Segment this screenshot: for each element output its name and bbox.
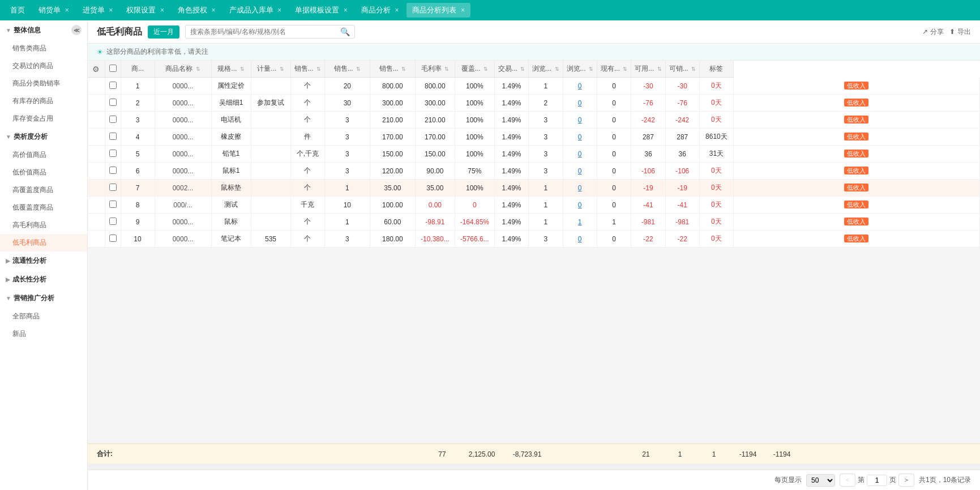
sidebar-group-overall[interactable]: ▼ 整体信息 ≪: [0, 20, 87, 40]
nav-goods-analysis-list[interactable]: 商品分析列表 ×: [406, 3, 470, 18]
table-row: 4 0000... 橡皮擦 件 3 170.00 170.00 100% 1.4…: [88, 129, 980, 146]
col-name[interactable]: 商品名称 ⇅: [155, 61, 211, 78]
cell-checkbox[interactable]: [105, 146, 121, 163]
cell-current-stock: 287: [631, 129, 665, 146]
col-current-stock[interactable]: 现有... ⇅: [597, 61, 631, 78]
cell-browse1[interactable]: 0: [563, 146, 597, 163]
cell-checkbox[interactable]: [105, 163, 121, 180]
cell-saleable: 0天: [699, 95, 733, 112]
cell-sales-profit: 800.00: [415, 78, 455, 95]
search-input[interactable]: [190, 28, 340, 36]
row-checkbox[interactable]: [109, 201, 117, 208]
cell-browse1[interactable]: 0: [563, 231, 597, 248]
cell-checkbox[interactable]: [105, 78, 121, 95]
share-button[interactable]: ↗ 分享: [922, 27, 944, 37]
sidebar-item-high-coverage[interactable]: 高覆盖度商品: [0, 181, 87, 199]
sidebar-item-low-profit[interactable]: 低毛利商品: [0, 234, 87, 252]
cell-checkbox[interactable]: [105, 95, 121, 112]
nav-home[interactable]: 首页: [5, 3, 31, 18]
cell-available: -22: [665, 231, 699, 248]
prev-page-button[interactable]: ＜: [840, 474, 855, 487]
cell-browse1[interactable]: 1: [563, 214, 597, 231]
per-page-select[interactable]: 50 20 100: [806, 474, 835, 487]
table-container[interactable]: ⚙ 商... 商品名称 ⇅ 规格... ⇅ 计量... ⇅ 销售... ⇅ 销售…: [88, 61, 980, 444]
col-browse2[interactable]: 浏览... ⇅: [563, 61, 597, 78]
sidebar-group-marketing[interactable]: ▼ 营销推广分析: [0, 289, 87, 308]
sidebar-item-high-value[interactable]: 高价值商品: [0, 146, 87, 164]
nav-sales-order[interactable]: 销货单 ×: [33, 3, 75, 18]
sidebar-item-high-profit[interactable]: 高毛利商品: [0, 216, 87, 234]
col-spec[interactable]: 规格... ⇅: [211, 61, 251, 78]
cell-checkbox[interactable]: [105, 197, 121, 214]
col-saleable[interactable]: 可销... ⇅: [665, 61, 699, 78]
cell-tag: 低收入: [733, 180, 979, 197]
nav-product-entry[interactable]: 产成品入库单 ×: [224, 3, 288, 18]
cell-no: 5: [121, 146, 155, 163]
next-page-button[interactable]: ＞: [898, 474, 914, 487]
footer-total: 合计: 77 2,125.00 -8,723.91 21 1 1 -1194 -…: [88, 444, 980, 464]
col-trade[interactable]: 交易... ⇅: [494, 61, 528, 78]
col-browse1[interactable]: 浏览... ⇅: [529, 61, 563, 78]
row-checkbox[interactable]: [109, 167, 117, 174]
cell-browse1[interactable]: 0: [563, 197, 597, 214]
sidebar-item-category-rate[interactable]: 商品分类助销率: [0, 75, 87, 92]
nav-role-auth[interactable]: 角色授权 ×: [172, 3, 221, 18]
date-filter-button[interactable]: 近一月: [148, 25, 179, 39]
col-checkbox[interactable]: [105, 61, 121, 78]
sidebar-group-circulation[interactable]: ▶ 流通性分析: [0, 252, 87, 270]
select-all-checkbox[interactable]: [109, 65, 117, 72]
settings-icon[interactable]: ⚙: [92, 65, 100, 74]
nav-goods-analysis[interactable]: 商品分析 ×: [356, 3, 405, 18]
cell-browse1[interactable]: 0: [563, 112, 597, 129]
page-number-input[interactable]: [867, 475, 887, 486]
col-unit[interactable]: 计量... ⇅: [251, 61, 290, 78]
sidebar-item-all-goods[interactable]: 全部商品: [0, 308, 87, 325]
row-checkbox[interactable]: [109, 99, 117, 106]
sidebar-item-sales-goods[interactable]: 销售类商品: [0, 40, 87, 57]
cell-checkbox[interactable]: [105, 129, 121, 146]
nav-permission[interactable]: 权限设置 ×: [121, 3, 170, 18]
cell-checkbox[interactable]: [105, 180, 121, 197]
cell-browse1[interactable]: 0: [563, 180, 597, 197]
cell-checkbox[interactable]: [105, 231, 121, 248]
search-box[interactable]: 🔍: [185, 25, 355, 39]
cell-browse1[interactable]: 0: [563, 78, 597, 95]
row-checkbox[interactable]: [109, 235, 117, 242]
row-checkbox[interactable]: [109, 218, 117, 225]
cell-browse1[interactable]: 0: [563, 129, 597, 146]
sidebar-item-traded-goods[interactable]: 交易过的商品: [0, 57, 87, 75]
sidebar-item-low-coverage[interactable]: 低覆盖度商品: [0, 199, 87, 216]
col-settings[interactable]: ⚙: [88, 61, 105, 78]
row-checkbox[interactable]: [109, 133, 117, 140]
sidebar-group-growth[interactable]: ▶ 成长性分析: [0, 270, 87, 289]
col-sales-count[interactable]: 销售... ⇅: [290, 61, 324, 78]
nav-template-settings[interactable]: 单据模板设置 ×: [289, 3, 353, 18]
cell-sales-amount: 210.00: [370, 112, 415, 129]
cell-saleable: 8610天: [699, 129, 733, 146]
nav-purchase-order[interactable]: 进货单 ×: [77, 3, 119, 18]
cell-current-stock: -76: [631, 95, 665, 112]
cell-browse1[interactable]: 0: [563, 95, 597, 112]
col-coverage[interactable]: 覆盖... ⇅: [455, 61, 494, 78]
row-checkbox[interactable]: [109, 150, 117, 157]
col-sales-profit[interactable]: 销售... ⇅: [370, 61, 415, 78]
cell-browse1[interactable]: 0: [563, 163, 597, 180]
row-checkbox[interactable]: [109, 116, 117, 123]
col-available[interactable]: 可用... ⇅: [631, 61, 665, 78]
collapse-icon[interactable]: ≪: [71, 25, 82, 35]
row-checkbox[interactable]: [109, 82, 117, 89]
row-checkbox[interactable]: [109, 184, 117, 191]
sidebar-item-low-value[interactable]: 低价值商品: [0, 164, 87, 181]
cell-available: -41: [665, 197, 699, 214]
sidebar-item-stock-goods[interactable]: 有库存的商品: [0, 92, 87, 110]
export-button[interactable]: ⬆ 导出: [949, 27, 971, 37]
sidebar-group-analysis[interactable]: ▼ 类析度分析: [0, 127, 87, 146]
scrollbar-area[interactable]: [88, 464, 980, 470]
cell-checkbox[interactable]: [105, 214, 121, 231]
col-gross-rate[interactable]: 毛利率 ⇅: [415, 61, 455, 78]
col-sales-amount[interactable]: 销售... ⇅: [324, 61, 370, 78]
sidebar-item-stock-capital[interactable]: 库存资金占用: [0, 110, 87, 127]
search-icon[interactable]: 🔍: [340, 27, 350, 36]
sidebar-item-new-goods[interactable]: 新品: [0, 325, 87, 343]
cell-checkbox[interactable]: [105, 112, 121, 129]
